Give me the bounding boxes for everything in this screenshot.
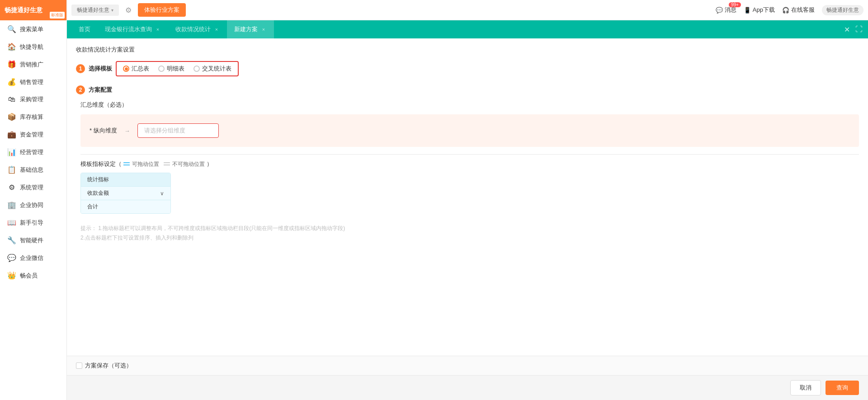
drag-blue-icon (123, 162, 130, 167)
stats-layout: 统计指标 收款金额 ∨ 合计 (80, 173, 859, 214)
support-icon: 🎧 (782, 7, 789, 14)
section2-title: 方案配置 (89, 86, 112, 94)
tab-bank-flow-close[interactable]: × (155, 26, 161, 33)
dimension-input[interactable]: 请选择分组维度 (137, 123, 219, 138)
sidebar-item-purchase[interactable]: 🛍 采购管理 (0, 91, 66, 108)
page-title: 收款情况统计方案设置 (76, 46, 859, 54)
notification-area[interactable]: 💬 消息 99+ (716, 6, 736, 14)
sidebar-item-search-menu[interactable]: 🔍 搜索菜单 (0, 20, 66, 38)
sidebar-label-search-menu: 搜索菜单 (20, 25, 43, 33)
sidebar-item-enterprise[interactable]: 🏢 企业协同 (0, 196, 66, 214)
online-support-area[interactable]: 🎧 在线客服 (782, 6, 815, 14)
dimension-area: * 纵向维度 → 请选择分组维度 (80, 114, 859, 147)
sidebar-item-guide[interactable]: 📖 新手引导 (0, 214, 66, 231)
tab-new-plan[interactable]: 新建方案 × (227, 20, 274, 38)
sidebar-label-inventory: 库存核算 (20, 113, 43, 121)
sidebar-label-enterprise: 企业协同 (20, 201, 43, 209)
tab-bank-flow[interactable]: 现金银行流水查询 × (98, 20, 168, 38)
sidebar-label-basic-info: 基础信息 (20, 166, 43, 174)
user-info[interactable]: 畅捷通好生意 (822, 5, 863, 15)
sidebar-label-sales: 销售管理 (20, 78, 43, 86)
tab-receivable-stats[interactable]: 收款情况统计 × (168, 20, 227, 38)
sidebar-label-finance: 资金管理 (20, 131, 43, 139)
tab-receivable-stats-close[interactable]: × (213, 26, 220, 33)
sidebar-item-operations[interactable]: 📊 经营管理 (0, 143, 66, 161)
radio-summary[interactable]: 汇总表 (123, 65, 149, 73)
metric-settings-title: 模板指标设定（ 可拖动位置 不可拖动位置 ） (80, 160, 212, 168)
radio-detail-circle (158, 66, 165, 72)
stats-table: 统计指标 收款金额 ∨ 合计 (80, 173, 171, 214)
chevron-down-icon: ▾ (111, 8, 113, 13)
dimension-placeholder: 请选择分组维度 (144, 127, 185, 135)
industry-button[interactable]: 体验行业方案 (138, 3, 186, 17)
cancel-button[interactable]: 取消 (790, 380, 821, 395)
tab-maximize-btn[interactable]: ⛶ (854, 24, 863, 34)
sidebar-label-system: 系统管理 (20, 184, 43, 192)
radio-cross[interactable]: 交叉统计表 (193, 65, 231, 73)
finance-icon: 💼 (7, 130, 16, 139)
radio-detail[interactable]: 明细表 (158, 65, 184, 73)
sidebar-item-system[interactable]: ⚙ 系统管理 (0, 179, 66, 196)
radio-detail-label: 明细表 (167, 65, 184, 73)
dimension-arrow-icon: → (124, 127, 130, 134)
tab-close-btn[interactable]: ✕ (843, 24, 851, 35)
sidebar-item-quick-nav[interactable]: 🏠 快捷导航 (0, 38, 66, 56)
tab-bar: 首页 现金银行流水查询 × 收款情况统计 × 新建方案 × ✕ ⛶ (67, 20, 868, 38)
section-template: 1 选择模板 汇总表 明细表 交叉统计表 (76, 61, 859, 76)
tip1: 提示： 1.拖动标题栏可以调整布局，不可跨维度或指标区域拖动栏目段(只能在同一维… (80, 225, 859, 232)
sales-icon: 💰 (7, 78, 16, 86)
vertical-dimension-label: * 纵向维度 (90, 127, 117, 135)
stats-total-cell: 合计 (81, 200, 170, 213)
online-support-label: 在线客服 (791, 6, 815, 14)
sidebar-label-guide: 新手引导 (20, 219, 43, 227)
tab-home-label: 首页 (79, 25, 90, 33)
guide-icon: 📖 (7, 218, 16, 227)
logo-text: 畅捷通好生意 (5, 6, 42, 14)
sidebar: 畅捷通好生意 标准版 🔍 搜索菜单 🏠 快捷导航 🎁 营销推广 💰 销售管理 🛍… (0, 0, 67, 400)
sidebar-label-quick-nav: 快捷导航 (20, 43, 43, 51)
stats-table-header: 统计指标 (81, 173, 170, 187)
app-icon: 📱 (744, 7, 751, 14)
save-plan-checkbox[interactable] (76, 362, 82, 369)
sidebar-item-marketing[interactable]: 🎁 营销推广 (0, 56, 66, 73)
sidebar-item-member[interactable]: 👑 畅会员 (0, 267, 66, 284)
section1-title: 选择模板 (89, 65, 112, 73)
stats-dropdown-icon[interactable]: ∨ (160, 190, 164, 197)
save-plan-checkbox-label[interactable]: 方案保存（可选） (76, 362, 132, 370)
system-icon: ⚙ (7, 183, 16, 192)
message-icon: 💬 (716, 7, 723, 14)
main-area: 畅捷通好生意 ▾ ⚙ 体验行业方案 💬 消息 99+ 📱 App下载 🎧 在线客… (67, 0, 868, 400)
tab-controls: ✕ ⛶ (843, 24, 863, 35)
metric-settings-header: 模板指标设定（ 可拖动位置 不可拖动位置 ） (80, 160, 859, 168)
section2-header: 2 方案配置 (76, 85, 859, 94)
quick-nav-icon: 🏠 (7, 42, 16, 51)
top-header: 畅捷通好生意 ▾ ⚙ 体验行业方案 💬 消息 99+ 📱 App下载 🎧 在线客… (67, 0, 868, 20)
tab-bank-flow-label: 现金银行流水查询 (105, 25, 152, 33)
member-icon: 👑 (7, 271, 16, 280)
non-draggable-indicator: 不可拖动位置 (164, 160, 205, 168)
metric-settings: 模板指标设定（ 可拖动位置 不可拖动位置 ） (80, 160, 859, 214)
sidebar-item-finance[interactable]: 💼 资金管理 (0, 126, 66, 143)
save-plan-label: 方案保存（可选） (85, 362, 132, 370)
stats-amount-cell[interactable]: 收款金额 ∨ (81, 187, 170, 200)
tab-receivable-stats-label: 收款情况统计 (175, 25, 211, 33)
draggable-indicator: 可拖动位置 (123, 160, 159, 168)
settings-icon[interactable]: ⚙ (123, 4, 133, 16)
tab-home[interactable]: 首页 (71, 20, 98, 38)
sidebar-item-wechat[interactable]: 💬 企业微信 (0, 249, 66, 267)
tips-area: 提示： 1.拖动标题栏可以调整布局，不可跨维度或指标区域拖动栏目段(只能在同一维… (80, 219, 859, 249)
section1-header: 1 选择模板 汇总表 明细表 交叉统计表 (76, 61, 859, 76)
marketing-icon: 🎁 (7, 60, 16, 69)
sidebar-item-hardware[interactable]: 🔧 智能硬件 (0, 231, 66, 249)
tab-new-plan-close[interactable]: × (260, 26, 267, 33)
enterprise-icon: 🏢 (7, 201, 16, 209)
tip2: 2.点击标题栏下拉可设置排序、插入列和删除列 (80, 234, 859, 242)
section1-number: 1 (76, 64, 85, 73)
query-button[interactable]: 查询 (826, 381, 859, 395)
template-options: 汇总表 明细表 交叉统计表 (116, 61, 239, 76)
sidebar-item-inventory[interactable]: 📦 库存核算 (0, 108, 66, 126)
sidebar-item-basic-info[interactable]: 📋 基础信息 (0, 161, 66, 179)
page-inner: 收款情况统计方案设置 1 选择模板 汇总表 明细表 (67, 38, 868, 356)
sidebar-item-sales[interactable]: 💰 销售管理 (0, 73, 66, 91)
app-download-area[interactable]: 📱 App下载 (744, 6, 775, 14)
